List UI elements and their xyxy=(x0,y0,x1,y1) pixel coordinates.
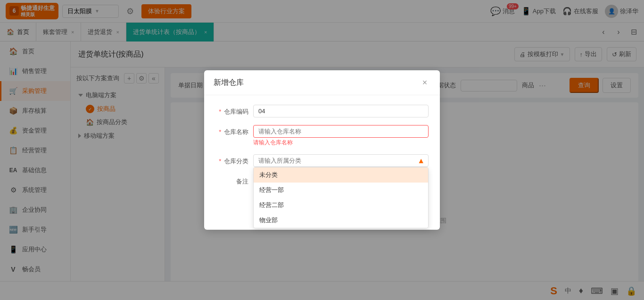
category-toggle-icon[interactable]: ▲ xyxy=(417,157,425,165)
required-category-indicator: * xyxy=(219,158,221,165)
dialog-close-button[interactable]: × xyxy=(419,77,430,88)
dropdown-item-2[interactable]: 经营二部 xyxy=(254,198,428,213)
category-dropdown-list: 未分类 经营一部 经营二部 物业部 xyxy=(253,167,429,228)
form-label-name: * 仓库名称 xyxy=(215,125,253,136)
form-label-code: * 仓库编码 xyxy=(215,105,253,116)
dialog-header: 新增仓库 × xyxy=(204,70,440,95)
form-field-category: ▲ 未分类 经营一部 经营二部 物业部 xyxy=(253,154,429,167)
dropdown-item-1[interactable]: 经营一部 xyxy=(254,183,428,198)
form-field-name: 请输入仓库名称 xyxy=(253,125,429,147)
warehouse-code-input[interactable] xyxy=(253,105,429,117)
dropdown-item-0[interactable]: 未分类 xyxy=(254,167,428,183)
dialog-overlay: 新增仓库 × * 仓库编码 * 仓库名称 xyxy=(0,0,644,300)
form-field-code xyxy=(253,105,429,117)
category-input-wrap: ▲ xyxy=(253,154,429,167)
form-row-category: * 仓库分类 ▲ 未分类 经营一部 经营二部 物业部 xyxy=(215,154,429,167)
name-error-message: 请输入仓库名称 xyxy=(253,139,429,147)
dialog-body: * 仓库编码 * 仓库名称 请输入仓库名称 xyxy=(204,95,440,206)
form-row-code: * 仓库编码 xyxy=(215,105,429,117)
form-label-category: * 仓库分类 xyxy=(215,154,253,166)
required-indicator: * xyxy=(219,108,221,115)
form-row-name: * 仓库名称 请输入仓库名称 xyxy=(215,125,429,147)
dialog-title: 新增仓库 xyxy=(214,78,244,88)
new-warehouse-dialog: 新增仓库 × * 仓库编码 * 仓库名称 xyxy=(204,70,440,230)
warehouse-category-input[interactable] xyxy=(253,154,429,167)
required-name-indicator: * xyxy=(219,128,221,135)
dropdown-item-3[interactable]: 物业部 xyxy=(254,213,428,228)
warehouse-name-input[interactable] xyxy=(253,125,429,138)
category-dropdown: ▲ 未分类 经营一部 经营二部 物业部 xyxy=(253,154,429,167)
form-label-note: 备注 xyxy=(215,175,253,186)
